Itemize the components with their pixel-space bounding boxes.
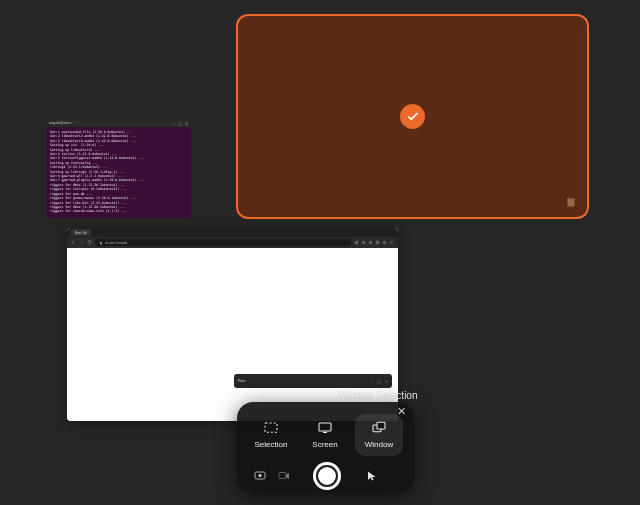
svg-rect-0 [568, 200, 575, 207]
svg-rect-12 [377, 422, 385, 429]
minimize-icon[interactable]: – [173, 121, 175, 126]
screenshot-mode-screen[interactable]: Screen [301, 414, 349, 456]
svg-rect-15 [279, 473, 286, 479]
browser-toolbar: chrome://newtab [67, 237, 398, 248]
addressbar[interactable]: chrome://newtab [95, 239, 351, 246]
mini-window-title: Files [238, 379, 245, 383]
mode-label: Screen [312, 440, 337, 449]
selected-check-badge [400, 104, 425, 129]
svg-rect-10 [323, 432, 327, 433]
terminal-titlebar[interactable]: wayne@elev: ~ – ▢ ✕ [46, 119, 191, 127]
svg-point-7 [383, 241, 386, 244]
screenshot-shutter-button[interactable] [313, 462, 341, 490]
activities-overview: wayne@elev: ~ – ▢ ✕ Get:1 unattended-fil… [0, 0, 640, 505]
browser-tabstrip[interactable]: New Tab [67, 228, 398, 237]
trash-icon [565, 195, 577, 209]
screenshot-mode-window[interactable]: Window [355, 414, 403, 456]
camera-icon [253, 470, 267, 482]
svg-rect-6 [376, 241, 379, 244]
svg-rect-3 [355, 241, 358, 244]
nav-reload-icon[interactable] [87, 240, 92, 245]
selected-desktop-window[interactable] [236, 14, 589, 219]
browser-extensions [354, 240, 394, 245]
svg-rect-5 [369, 241, 372, 244]
maximize-icon[interactable]: ▢ [178, 121, 182, 126]
maximize-icon[interactable]: ▢ [377, 379, 381, 384]
browser-tab[interactable]: New Tab [71, 229, 91, 236]
screenshot-photo-toggle[interactable] [253, 470, 267, 482]
window-controls: – ▢ ✕ [371, 379, 388, 384]
check-icon [406, 110, 420, 124]
extension-icon[interactable] [354, 240, 359, 245]
extension-icon[interactable] [368, 240, 373, 245]
minimize-icon[interactable]: – [371, 379, 373, 384]
screenshot-video-toggle[interactable] [277, 470, 291, 482]
selection-icon [261, 421, 281, 437]
screenshot-close-button[interactable]: ✕ [394, 404, 408, 418]
screenshot-mode-row: Selection Screen Window [247, 414, 404, 456]
terminal-title: wayne@elev: ~ [49, 121, 76, 125]
shutter-inner [316, 465, 338, 487]
close-icon[interactable]: ✕ [385, 379, 388, 384]
profile-icon[interactable] [382, 240, 387, 245]
screenshot-mode-selection[interactable]: Selection [247, 414, 295, 456]
svg-rect-8 [265, 423, 277, 432]
menu-icon[interactable] [389, 240, 394, 245]
mini-window[interactable]: Files – ▢ ✕ [234, 374, 392, 388]
svg-rect-9 [319, 423, 331, 431]
screenshot-tooltip: Window Selection [338, 390, 417, 401]
svg-rect-1 [567, 199, 575, 201]
browser-tab-title: New Tab [75, 231, 87, 235]
svg-point-14 [259, 474, 262, 477]
cursor-icon [366, 470, 378, 482]
close-icon[interactable]: ✕ [185, 121, 188, 126]
screenshot-include-pointer-toggle[interactable] [365, 469, 379, 483]
screen-icon [315, 421, 335, 437]
addressbar-url: chrome://newtab [105, 241, 127, 245]
svg-rect-2 [100, 242, 102, 244]
extension-icon[interactable] [375, 240, 380, 245]
mode-label: Window [365, 440, 393, 449]
terminal-window[interactable]: wayne@elev: ~ – ▢ ✕ Get:1 unattended-fil… [46, 119, 191, 218]
mode-label: Selection [255, 440, 288, 449]
extension-icon[interactable] [361, 240, 366, 245]
screenshot-bottom-row [247, 462, 404, 490]
lock-icon [99, 241, 103, 245]
nav-back-icon[interactable] [71, 240, 76, 245]
screenshot-panel: ✕ Selection Screen [237, 402, 414, 493]
video-icon [277, 470, 291, 482]
window-icon [369, 421, 389, 437]
window-controls: – ▢ ✕ [173, 121, 188, 126]
nav-forward-icon[interactable] [79, 240, 84, 245]
svg-point-4 [362, 241, 365, 244]
terminal-output: Get:1 unattended-file (1.50.0-0ubuntu1) … [46, 127, 191, 218]
